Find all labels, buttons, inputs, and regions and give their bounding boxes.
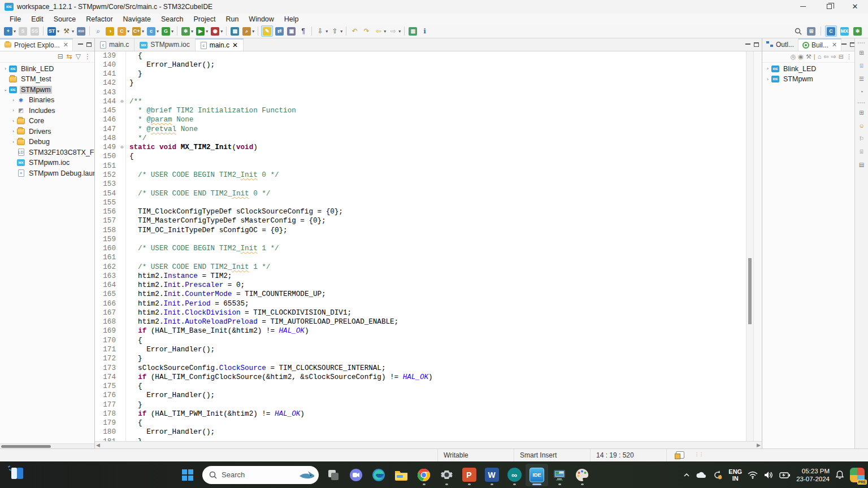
build-target-item-blink_led[interactable]: ›IDEBlink_LED	[762, 64, 854, 75]
highlight-toggle-button[interactable]: ✎	[261, 25, 273, 37]
search-box[interactable]: Search	[202, 466, 319, 484]
dropdown-caret-icon[interactable]: ▾	[326, 29, 328, 34]
back-button[interactable]: ⇦▾	[373, 25, 387, 37]
editor-tab-main-c-0[interactable]: cmain.c	[95, 38, 134, 51]
restore-button[interactable]	[816, 0, 842, 14]
sidebar-item-core[interactable]: ›Core	[0, 116, 94, 127]
vscroll-thumb[interactable]	[748, 258, 752, 324]
battery-icon[interactable]	[779, 472, 791, 478]
build-toolbar-icon[interactable]: ⌂	[818, 53, 822, 60]
code-editor[interactable]: 139 {140 Error_Handler();141 }142}143144…	[95, 51, 746, 441]
tray-overflow-chevron-icon[interactable]	[683, 473, 690, 477]
minimize-view-icon[interactable]	[78, 43, 83, 45]
link-with-editor-icon[interactable]: ⇆	[67, 53, 72, 60]
pin-editor-button[interactable]: ▥	[407, 25, 418, 37]
build-toolbar-icon[interactable]: ⚒	[806, 53, 811, 60]
menu-help[interactable]: Help	[279, 14, 304, 24]
taskbar-app-arduino[interactable]: ∞	[503, 464, 526, 486]
maximize-view-icon[interactable]	[86, 42, 92, 47]
dropdown-caret-icon[interactable]: ▾	[206, 29, 208, 34]
dropdown-caret-icon[interactable]: ▾	[142, 29, 144, 34]
mark-occurrences-button[interactable]: ▣	[286, 25, 297, 37]
new-cpp-class-button[interactable]: C+▾	[131, 25, 145, 37]
filter-icon[interactable]: ▽	[76, 53, 81, 60]
notifications-bell-icon[interactable]	[835, 470, 844, 480]
view-menu-icon[interactable]: ⋮	[84, 53, 91, 60]
coverage-button[interactable]: ◑	[105, 25, 115, 37]
sidebar-item-stmpwm[interactable]: ⌄IDESTMpwm	[0, 85, 94, 95]
taskbar-app-stm32cubeide[interactable]: IDE	[526, 464, 548, 486]
dropdown-caret-icon[interactable]: ▾	[220, 29, 223, 34]
device-configuration-button[interactable]: ST▾	[46, 25, 60, 37]
dropdown-caret-icon[interactable]: ▾	[127, 29, 129, 34]
dropdown-caret-icon[interactable]: ▾	[157, 29, 159, 34]
open-element-button[interactable]: ▤	[229, 25, 240, 37]
tab-project-explorer[interactable]: Project Explo... ✕	[0, 38, 73, 51]
language-indicator[interactable]: ENG IN	[728, 468, 742, 482]
taskbar-app-word[interactable]: W	[480, 464, 503, 486]
build-all-button[interactable]: 010	[76, 25, 86, 37]
dropdown-caret-icon[interactable]: ▾	[191, 29, 193, 34]
sidebar-item-stmpwm-ioc[interactable]: MXSTMpwm.ioc	[0, 158, 94, 168]
sfr-icon[interactable]: ⚐	[857, 134, 866, 143]
dropdown-caret-icon[interactable]: ▾	[340, 29, 342, 34]
clock[interactable]: 05:23 PM 23-07-2024	[796, 467, 830, 483]
taskbar-app-settings[interactable]	[435, 464, 458, 486]
fold-marker-icon[interactable]: ⊖	[119, 97, 126, 106]
close-view-icon[interactable]: ✕	[832, 41, 837, 49]
menu-file[interactable]: File	[5, 14, 26, 24]
tree-expand-arrow-icon[interactable]: ⌄	[2, 87, 8, 92]
new-c-file-button[interactable]: c▾	[146, 25, 159, 37]
link-with-editor-button[interactable]: ⇄	[274, 25, 285, 37]
minimize-editor-icon[interactable]	[745, 43, 750, 45]
status-clipboard-icon[interactable]	[676, 451, 684, 459]
perspective-debug-button[interactable]: ✻	[852, 25, 863, 37]
editor-vscrollbar[interactable]	[746, 51, 753, 441]
taskbar-app-device-emulator[interactable]	[548, 464, 571, 486]
new-c-project-button[interactable]: C▾	[116, 25, 130, 37]
debug-button[interactable]: ✻▾	[180, 25, 194, 37]
run-button[interactable]: ▶▾	[195, 25, 209, 37]
search-lens-button[interactable]: ⌕	[93, 25, 103, 37]
build-toolbar-icon[interactable]: ⋮	[846, 53, 852, 60]
hscroll-left-arrow-icon[interactable]: ◀	[96, 442, 100, 448]
hscroll-right-arrow-icon[interactable]: ▶	[757, 442, 761, 448]
search-button[interactable]	[793, 25, 804, 37]
next-edit-location-button[interactable]: ↷	[361, 25, 372, 37]
tree-expand-arrow-icon[interactable]: ›	[10, 129, 16, 134]
dropdown-caret-icon[interactable]: ▾	[384, 29, 386, 34]
menu-window[interactable]: Window	[244, 14, 279, 24]
copilot-icon[interactable]: PRE	[850, 468, 865, 482]
sidebar-item-includes[interactable]: ›◩Includes	[0, 106, 94, 116]
taskbar-app-chat[interactable]	[345, 464, 367, 486]
taskbar-app-paint[interactable]	[571, 464, 593, 486]
build-toolbar-icon[interactable]: ⇨	[831, 53, 836, 60]
sidebar-item-debug[interactable]: ›Debug	[0, 137, 94, 147]
cyclomatic-icon[interactable]: ◔	[857, 88, 866, 97]
info-button[interactable]: ℹ	[419, 25, 430, 37]
build-toolbar-icon[interactable]: ◎	[791, 53, 796, 60]
tree-expand-arrow-icon[interactable]: ›	[10, 119, 16, 124]
menu-project[interactable]: Project	[189, 14, 221, 24]
new-wizard-button[interactable]: +▾	[3, 25, 16, 37]
sidebar-item-blink-led[interactable]: ›IDEBlink_LED	[0, 64, 94, 75]
collapse-all-icon[interactable]: ⊟	[58, 53, 63, 60]
tree-expand-arrow-icon[interactable]: ›	[10, 108, 16, 113]
next-annotation-button[interactable]: ⇩▾	[315, 25, 328, 37]
tree-expand-arrow-icon[interactable]: ›	[2, 66, 8, 71]
sidebar-item-drivers[interactable]: ›Drivers	[0, 127, 94, 137]
sidebar-item-stmpwm-debug-laun[interactable]: ≡STMpwm Debug.laun	[0, 168, 94, 179]
minimize-button[interactable]	[790, 0, 816, 14]
sidebar-item-stm-test[interactable]: STM_test	[0, 74, 94, 85]
perspective-mx-button[interactable]: MX	[839, 25, 850, 37]
perspective-cpp-button[interactable]: C	[825, 25, 837, 37]
menu-navigate[interactable]: Navigate	[118, 14, 156, 24]
build-analyzer-icon[interactable]: ☰	[857, 75, 866, 84]
wifi-icon[interactable]	[748, 471, 758, 479]
sidebar-item-stm32f103c8tx-flas[interactable]: LDSTM32F103C8TX_FLAS	[0, 147, 94, 158]
close-tab-icon[interactable]: ✕	[232, 41, 238, 49]
restore-view-icon[interactable]: ⊞	[857, 49, 866, 58]
tab-build-targets[interactable]: Buil...✕	[798, 38, 841, 51]
dropdown-caret-icon[interactable]: ▾	[14, 29, 16, 34]
sync-update-icon[interactable]	[713, 470, 723, 480]
